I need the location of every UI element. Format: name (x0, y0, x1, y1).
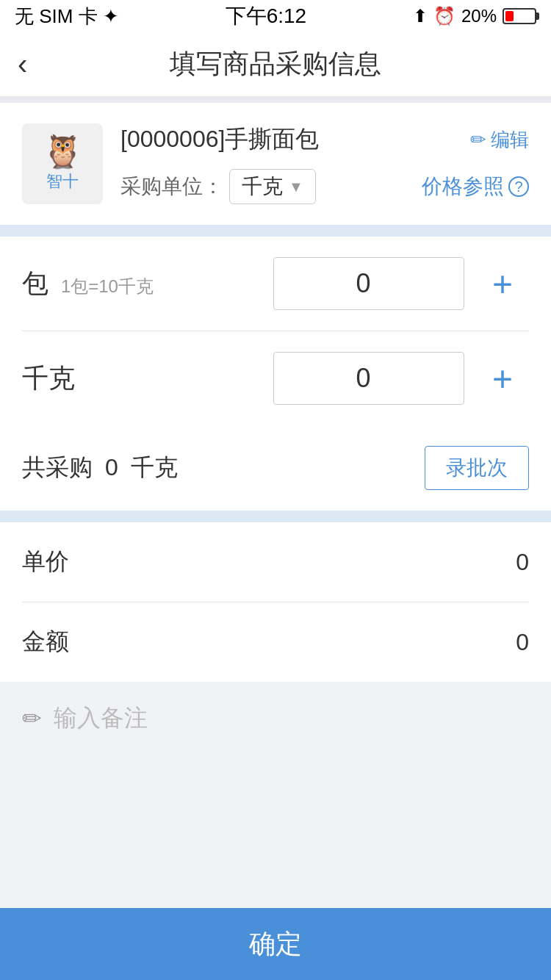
kg-input-row: 千克 + (0, 331, 551, 425)
unit-price-value: 0 (516, 549, 529, 576)
kg-quantity-input[interactable] (273, 352, 464, 405)
amount-row: 金额 0 (0, 602, 551, 682)
back-button[interactable]: ‹ (18, 48, 27, 81)
status-time: 下午6:12 (226, 2, 307, 30)
product-info: [0000006]手撕面包 ✏ 编辑 采购单位： 千克 ▼ 价格参照 ? (120, 123, 529, 204)
chevron-down-icon: ▼ (289, 179, 303, 195)
bao-input-right: + (154, 257, 529, 310)
summary-row: 共采购 0 千克 录批次 (0, 425, 551, 511)
summary-label: 共采购 (22, 454, 93, 480)
product-image: 🦉 智十 (22, 123, 103, 204)
amount-value: 0 (516, 629, 529, 656)
unit-value: 千克 (242, 173, 283, 201)
status-left: 无 SIM 卡 ✦ (15, 4, 119, 29)
input-section: 包 1包=10千克 + 千克 + (0, 237, 551, 425)
section-divider-2 (0, 511, 551, 522)
help-icon: ? (508, 176, 529, 197)
bao-plus-button[interactable]: + (476, 257, 529, 310)
bao-quantity-input[interactable] (273, 257, 464, 310)
pencil-icon: ✏ (22, 705, 42, 732)
product-logo-label: 智十 (46, 170, 79, 192)
page-title: 填写商品采购信息 (170, 46, 381, 82)
bao-label-main: 包 (22, 268, 48, 298)
confirm-button[interactable]: 确定 (0, 908, 551, 980)
edit-button[interactable]: ✏ 编辑 (470, 127, 529, 153)
unit-row: 采购单位： 千克 ▼ 价格参照 ? (120, 169, 529, 204)
sim-status: 无 SIM 卡 ✦ (15, 4, 119, 29)
battery-percent: 20% (461, 6, 497, 26)
summary-unit: 千克 (131, 454, 178, 480)
product-name: [0000006]手撕面包 (120, 123, 319, 156)
price-section: 单价 0 金额 0 (0, 522, 551, 682)
location-icon: ⬆ (413, 6, 428, 26)
kg-input-right: + (75, 352, 529, 405)
edit-label: 编辑 (491, 127, 529, 153)
batch-button[interactable]: 录批次 (425, 446, 529, 490)
remark-placeholder: 输入备注 (54, 702, 148, 735)
product-name-row: [0000006]手撕面包 ✏ 编辑 (120, 123, 529, 156)
status-right: ⬆ ⏰ 20% (413, 6, 536, 26)
unit-select[interactable]: 千克 ▼ (229, 169, 316, 204)
remark-section[interactable]: ✏ 输入备注 (0, 682, 551, 755)
product-logo-icon: 🦉 (43, 135, 83, 167)
bao-label: 包 1包=10千克 (22, 266, 154, 302)
bao-label-sub: 1包=10千克 (61, 276, 154, 296)
status-bar: 无 SIM 卡 ✦ 下午6:12 ⬆ ⏰ 20% (0, 0, 551, 32)
amount-label: 金额 (22, 626, 69, 658)
unit-price-row: 单价 0 (0, 522, 551, 602)
product-card: 🦉 智十 [0000006]手撕面包 ✏ 编辑 采购单位： 千克 ▼ 价格参照 … (0, 103, 551, 225)
bao-input-row: 包 1包=10千克 + (0, 237, 551, 331)
price-ref-label: 价格参照 (422, 173, 504, 201)
price-ref-button[interactable]: 价格参照 ? (422, 173, 529, 201)
kg-label: 千克 (22, 361, 75, 397)
unit-label: 采购单位： (120, 173, 223, 201)
summary-text: 共采购 0 千克 (22, 452, 178, 484)
section-divider-1 (0, 225, 551, 237)
summary-amount: 0 (105, 454, 118, 480)
kg-plus-button[interactable]: + (476, 352, 529, 405)
top-divider (0, 97, 551, 103)
battery-icon (503, 8, 536, 24)
edit-icon: ✏ (470, 129, 486, 151)
unit-price-label: 单价 (22, 546, 69, 578)
kg-label-main: 千克 (22, 363, 75, 393)
nav-bar: ‹ 填写商品采购信息 (0, 32, 551, 97)
alarm-icon: ⏰ (433, 6, 455, 26)
